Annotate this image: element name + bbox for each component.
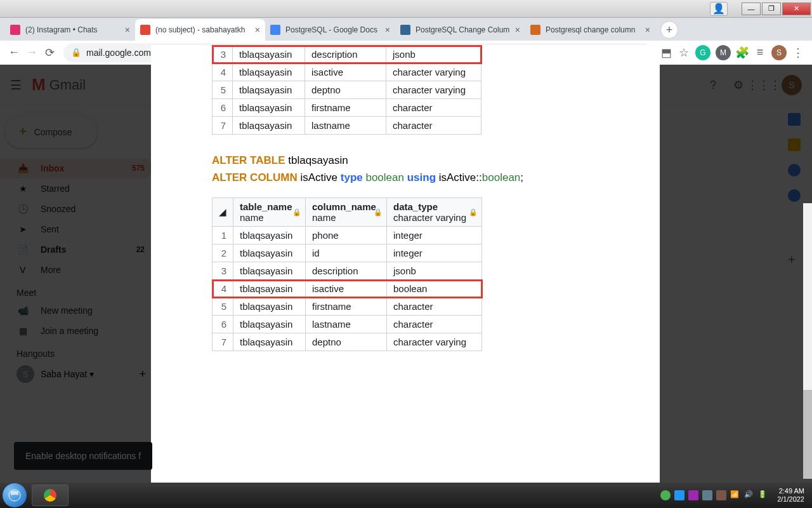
battery-icon[interactable]: 🔋 [758, 490, 768, 500]
window-maximize-button[interactable]: ❐ [762, 3, 781, 15]
tray-icon[interactable] [688, 490, 698, 500]
tab-label: (2) Instagram • Chats [25, 25, 122, 34]
gmail-logo[interactable]: M Gmail [32, 75, 86, 95]
result-table-1: 3tblaqsayasindescriptionjsonb4tblaqsayas… [212, 45, 481, 135]
sidebar-item-drafts[interactable]: 📄 Drafts 22 [0, 239, 152, 260]
page-icon [530, 25, 540, 35]
reload-button[interactable]: ⟳ [41, 44, 58, 62]
tray-icon[interactable] [674, 490, 684, 500]
tab-gdocs[interactable]: PostgreSQL - Google Docs × [265, 19, 395, 41]
contacts-icon[interactable] [788, 189, 801, 202]
table-row: 4tblaqsayasinisactivecharacter varying [213, 64, 481, 81]
close-icon[interactable]: × [385, 25, 390, 35]
support-icon[interactable]: ? [705, 77, 721, 93]
clock[interactable]: 2:49 AM 2/1/2022 [777, 487, 804, 504]
extensions-icon[interactable]: 🧩 [733, 44, 751, 62]
meet-header: Meet [0, 280, 162, 300]
sidebar-item-inbox[interactable]: 📥 Inbox 575 [0, 158, 152, 178]
close-icon[interactable]: × [645, 25, 650, 35]
sort-icon[interactable]: ◢ [213, 198, 233, 227]
close-icon[interactable]: × [125, 25, 130, 35]
gmail-sidebar: + Compose 📥 Inbox 575 ★ Starred 🕒 Snooze… [0, 105, 162, 387]
hangouts-header: Hangouts [0, 341, 162, 361]
star-icon: ★ [16, 184, 29, 194]
gmail-icon [140, 25, 150, 35]
sidebar-item-new-meeting[interactable]: 📹 New meeting [0, 300, 152, 321]
gmail-m-icon: M [32, 75, 46, 95]
back-button[interactable]: ← [5, 44, 23, 62]
sidebar-item-starred[interactable]: ★ Starred [0, 178, 152, 199]
taskbar-chrome[interactable] [32, 485, 69, 506]
chevron-down-icon: ᐯ [16, 265, 29, 275]
column-header[interactable]: table_namename🔒 [233, 198, 306, 227]
attachment-overlay: 3tblaqsayasindescriptionjsonb4tblaqsayas… [151, 45, 660, 483]
tab-label: PostgreSQL Change Colum [416, 25, 513, 34]
calendar-icon[interactable] [788, 113, 801, 126]
draft-icon: 📄 [16, 244, 29, 255]
new-tab-button[interactable]: + [660, 21, 678, 39]
close-icon[interactable]: × [515, 25, 520, 35]
sidebar-item-snoozed[interactable]: 🕒 Snoozed [0, 199, 152, 219]
table-row: 1tblaqsayasinphoneinteger [213, 227, 482, 244]
account-avatar[interactable]: S [782, 75, 802, 95]
tab-strip: (2) Instagram • Chats × (no subject) - s… [0, 18, 812, 41]
add-icon[interactable]: + [788, 253, 801, 265]
window-close-button[interactable]: ✕ [782, 3, 811, 15]
column-header[interactable]: column_namename🔒 [306, 198, 387, 227]
settings-icon[interactable]: ⚙ [731, 77, 746, 93]
install-icon[interactable]: ⬒ [657, 44, 675, 62]
system-tray: 📶 🔊 🔋 2:49 AM 2/1/2022 [660, 487, 809, 504]
close-icon[interactable]: × [255, 25, 260, 35]
tab-gmail[interactable]: (no subject) - sabahayatkh × [135, 19, 265, 41]
keep-icon[interactable] [788, 138, 801, 151]
sidebar-item-more[interactable]: ᐯ More [0, 260, 152, 280]
extension-icon[interactable]: M [716, 45, 731, 60]
tray-icon[interactable] [716, 490, 726, 500]
docs-icon [270, 25, 280, 35]
forward-button[interactable]: → [23, 44, 41, 62]
scrollbar-thumb[interactable] [803, 390, 812, 479]
lock-icon: 🔒 [71, 48, 81, 57]
chrome-profile-icon[interactable]: 👤 [710, 2, 728, 16]
column-header[interactable]: data_typecharacter varying🔒 [387, 198, 482, 227]
window-titlebar: 👤 — ❐ ✕ [0, 0, 812, 18]
star-icon[interactable]: ☆ [675, 44, 693, 62]
profile-avatar[interactable]: S [771, 45, 787, 60]
tab-postgresql-1[interactable]: PostgreSQL Change Colum × [395, 19, 525, 41]
result-table-2: ◢ table_namename🔒 column_namename🔒 data_… [212, 197, 482, 351]
grid-icon: ▦ [16, 326, 29, 336]
network-icon[interactable]: 📶 [730, 490, 740, 500]
plus-icon[interactable]: + [139, 368, 146, 381]
tasks-icon[interactable] [788, 164, 801, 177]
hamburger-icon[interactable]: ☰ [10, 77, 22, 93]
tab-label: Postgresql change column [546, 25, 643, 34]
table-row: 6tblaqsayasinfirstnamecharacter [213, 99, 481, 117]
instagram-icon [10, 25, 20, 35]
table-row: 3tblaqsayasindescriptionjsonb [213, 46, 481, 64]
tray-icon[interactable] [660, 490, 671, 500]
plus-icon: + [19, 124, 27, 139]
sidebar-item-join-meeting[interactable]: ▦ Join a meeting [0, 321, 152, 341]
apps-icon[interactable]: ⋮⋮⋮ [756, 77, 771, 93]
table-row: 7tblaqsayasindeptnocharacter varying [213, 333, 482, 351]
tab-instagram[interactable]: (2) Instagram • Chats × [5, 19, 135, 41]
reading-list-icon[interactable]: ≡ [751, 44, 769, 62]
tray-icon[interactable] [702, 490, 712, 500]
window-minimize-button[interactable]: — [742, 3, 761, 15]
table-row: 5tblaqsayasindeptnocharacter varying [213, 81, 481, 99]
menu-icon[interactable]: ⋮ [789, 44, 807, 62]
hangouts-user[interactable]: S Saba Hayat ▾ + [0, 361, 162, 387]
lock-icon: 🔒 [292, 208, 301, 217]
table-row: 6tblaqsayasinlastnamecharacter [213, 316, 482, 333]
compose-button[interactable]: + Compose [5, 116, 97, 148]
clock-icon: 🕒 [16, 204, 29, 214]
notification-toast[interactable]: Enable desktop notifications f [14, 442, 152, 470]
table-row: 4tblaqsayasinisactiveboolean [213, 280, 482, 298]
sidebar-item-sent[interactable]: ➤ Sent [0, 219, 152, 239]
sent-icon: ➤ [16, 224, 29, 234]
start-button[interactable] [3, 483, 27, 507]
table-row: 5tblaqsayasinfirstnamecharacter [213, 298, 482, 316]
volume-icon[interactable]: 🔊 [744, 490, 754, 500]
tab-postgresql-2[interactable]: Postgresql change column × [525, 19, 655, 41]
grammarly-icon[interactable]: G [695, 45, 710, 60]
